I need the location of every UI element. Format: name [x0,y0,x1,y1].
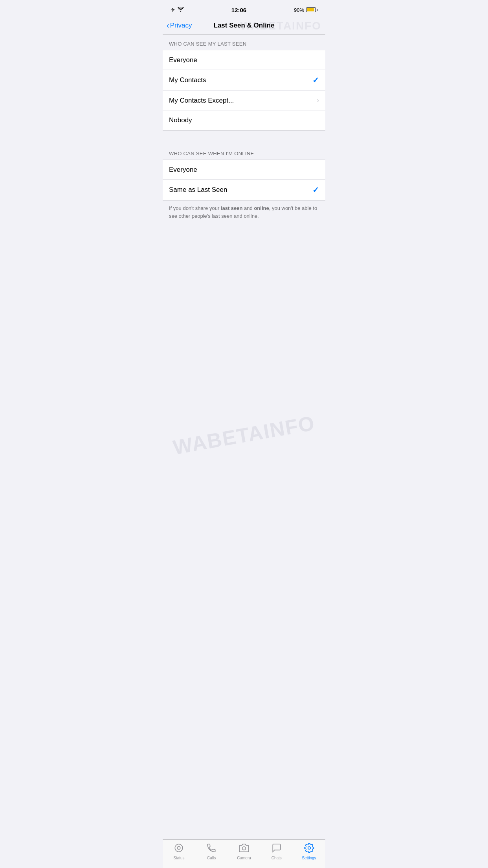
status-icon [174,843,184,855]
wifi-icon [178,7,184,13]
option-label: My Contacts [169,76,206,84]
chats-icon [272,843,282,855]
option-label: Everyone [169,56,197,64]
content-spacer [163,226,325,423]
option-label: My Contacts Except... [169,97,234,105]
tab-chats-label: Chats [272,856,282,860]
svg-point-0 [175,844,183,852]
tab-calls-label: Calls [207,856,216,860]
back-button[interactable]: ‹ Privacy [167,22,192,29]
calls-icon [206,843,216,855]
battery-icon [306,7,317,12]
svg-point-3 [308,847,310,850]
checkmark-icon: ✓ [312,75,319,85]
back-chevron-icon: ‹ [167,21,169,29]
last-seen-section-header: WHO CAN SEE MY LAST SEEN [163,35,325,50]
status-right: 90% [294,7,317,13]
online-section-header: WHO CAN SEE WHEN I'M ONLINE [163,144,325,160]
option-my-contacts-except-last-seen[interactable]: My Contacts Except... › [163,91,325,110]
option-everyone-online[interactable]: Everyone [163,160,325,180]
checkmark-icon: ✓ [312,185,319,195]
info-text: If you don't share your last seen and on… [163,200,325,226]
option-everyone-last-seen[interactable]: Everyone [163,50,325,70]
tab-status[interactable]: Status [163,843,195,860]
tab-bar: Status Calls Camera Chats [163,839,325,868]
back-label: Privacy [170,22,192,29]
tab-status-label: Status [173,856,184,860]
tab-settings[interactable]: Settings [293,843,325,860]
nav-bar: ‹ Privacy Last Seen & Online [163,17,325,35]
page-title: Last Seen & Online [214,22,275,29]
battery-percent: 90% [294,7,304,13]
status-bar: ✈ 12:06 90% [163,0,325,17]
section-gap [163,131,325,144]
status-time: 12:06 [231,7,246,13]
status-left: ✈ [171,7,184,13]
option-nobody-last-seen[interactable]: Nobody [163,110,325,130]
info-prefix: If you don't share your [169,205,221,211]
option-same-as-last-seen-online[interactable]: Same as Last Seen ✓ [163,180,325,200]
online-options-list: Everyone Same as Last Seen ✓ [163,160,325,200]
settings-icon [304,843,314,855]
option-label: Everyone [169,166,197,174]
tab-chats[interactable]: Chats [260,843,293,860]
svg-point-1 [178,846,181,850]
tab-camera-label: Camera [237,856,251,860]
tab-settings-label: Settings [302,856,316,860]
option-label: Same as Last Seen [169,186,227,194]
info-bold-last-seen: last seen [221,205,243,211]
info-bold-online: online [254,205,269,211]
chevron-right-icon: › [317,96,319,105]
tab-camera[interactable]: Camera [228,843,261,860]
svg-point-2 [242,847,246,850]
main-content: WABETAINFO WHO CAN SEE MY LAST SEEN Ever… [163,35,325,835]
option-my-contacts-last-seen[interactable]: My Contacts ✓ [163,70,325,91]
camera-icon [239,843,249,855]
tab-calls[interactable]: Calls [195,843,228,860]
option-label: Nobody [169,116,192,124]
airplane-icon: ✈ [171,7,175,13]
last-seen-options-list: Everyone My Contacts ✓ My Contacts Excep… [163,50,325,131]
info-and: and [243,205,254,211]
